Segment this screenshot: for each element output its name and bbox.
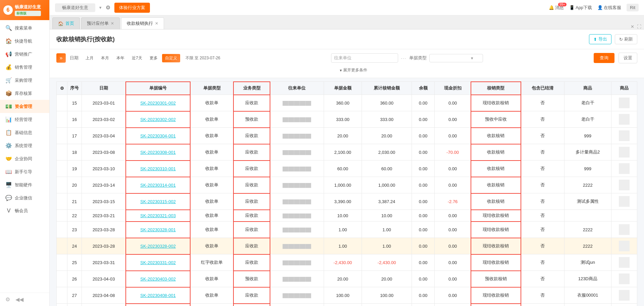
topbar-right: 🔔 消息 99+ 📱 App下载 👤 在线客服 Rit — [549, 4, 639, 11]
sidebar-item-member[interactable]: V 畅会员 — [0, 204, 49, 217]
cell-product: 衣服00001 — [564, 287, 611, 304]
tab-maximize-icon[interactable]: ⛶ — [637, 24, 641, 29]
date-range-display: 不限 至 2023-07-26 — [185, 55, 220, 61]
sidebar-item-search[interactable]: 🔍 搜索菜单 — [0, 21, 49, 35]
sidebar-item-system[interactable]: ⚙️ 系统管理 — [0, 139, 49, 152]
cell-slip-no[interactable]: SK-20230418-001 — [126, 304, 191, 306]
date-btn-custom[interactable]: 自定义 — [162, 54, 180, 62]
cell-settings[interactable] — [57, 304, 67, 306]
th-slip-type: 单据类型 — [190, 82, 233, 95]
cell-settings[interactable] — [57, 177, 67, 193]
sidebar-item-hardware[interactable]: 🖥️ 智能硬件 — [0, 178, 49, 191]
brand-text: 畅康道好生意 标推版 — [15, 4, 41, 16]
cell-settings[interactable] — [57, 193, 67, 210]
cell-settings[interactable] — [57, 128, 67, 144]
online-service-link[interactable]: 👤 在线客服 — [597, 5, 621, 11]
cell-writeoff-type: 现结收款核销 — [471, 95, 521, 111]
sidebar-item-marketing[interactable]: 📢 营销推广 — [0, 48, 49, 61]
cell-slip-no[interactable]: SK-20230301-002 — [126, 95, 191, 111]
settings-bottom-icon[interactable]: ⚙ — [5, 296, 10, 303]
chevron-down-icon: ▾ — [471, 56, 473, 61]
th-writeoff-type: 核销类型 — [471, 82, 521, 95]
cell-settings[interactable] — [57, 271, 67, 287]
cell-product2 — [611, 238, 637, 254]
refresh-label: 刷新 — [624, 36, 633, 42]
cell-writeoff-type: 预收款核销 — [471, 271, 521, 287]
date-btn-this-year[interactable]: 本年 — [113, 54, 127, 62]
cell-settings[interactable] — [57, 161, 67, 177]
sidebar-item-collab[interactable]: 🤝 企业协同 — [0, 152, 49, 165]
cell-settings[interactable] — [57, 144, 67, 161]
topbar-dropdown-icon[interactable]: ▾ — [99, 5, 102, 10]
topbar-settings-icon[interactable]: ⚙ — [106, 4, 110, 11]
cell-slip-no[interactable]: SK-20230310-001 — [126, 161, 191, 177]
cell-settings[interactable] — [57, 210, 67, 222]
cell-settings[interactable] — [57, 95, 67, 111]
cell-settings[interactable] — [57, 111, 67, 128]
cell-slip-no[interactable]: SK-20230302-002 — [126, 111, 191, 128]
sidebar-item-wechat[interactable]: 💬 企业微信 — [0, 191, 49, 204]
sidebar-item-operations[interactable]: 📊 经营管理 — [0, 113, 49, 126]
tab-receipt[interactable]: 收款核销执行 ✕ — [121, 17, 164, 29]
tab-prepay[interactable]: 预计应付单 ✕ — [81, 17, 120, 29]
collab-icon: 🤝 — [5, 156, 12, 162]
app-download-link[interactable]: 📱 App下载 — [569, 5, 592, 11]
cell-settings[interactable] — [57, 238, 67, 254]
cell-biz-type: 应收款 — [233, 304, 270, 306]
cell-accum-writeoff: 1.00 — [362, 222, 412, 238]
collapse-icon[interactable]: ◀◀ — [15, 296, 23, 303]
tab-receipt-close[interactable]: ✕ — [155, 21, 158, 26]
cell-slip-no[interactable]: SK-20230314-001 — [126, 177, 191, 193]
filter-more-dots[interactable]: ··· — [401, 56, 407, 61]
cell-slip-no[interactable]: SK-20230403-002 — [126, 271, 191, 287]
filter-toggle-button[interactable]: » — [56, 53, 66, 63]
date-btn-last-month[interactable]: 上月 — [83, 54, 97, 62]
guide-icon: 📖 — [5, 169, 12, 175]
slip-type-select[interactable]: ▾ — [429, 54, 483, 62]
cell-settings[interactable] — [57, 287, 67, 304]
cell-slip-no[interactable]: SK-20230308-001 — [126, 144, 191, 161]
page-actions: ⬆ 导出 ↻ 刷新 — [589, 34, 637, 49]
sidebar-item-inventory[interactable]: 📦 库存核算 — [0, 87, 49, 100]
sidebar-item-basics[interactable]: 📋 基础信息 — [0, 126, 49, 139]
sidebar-item-purchase[interactable]: 🛒 采购管理 — [0, 74, 49, 87]
cell-partner: ██████████ — [270, 210, 324, 222]
sidebar-item-guide[interactable]: 📖 新手引导 — [0, 165, 49, 178]
tab-close-all-icon[interactable]: ✕ — [631, 24, 634, 29]
cell-settings[interactable] — [57, 222, 67, 238]
notification-bell[interactable]: 🔔 消息 99+ — [549, 5, 564, 11]
cell-slip-no[interactable]: SK-20230315-002 — [126, 193, 191, 210]
query-button[interactable]: 查询 — [594, 53, 614, 63]
cell-biz-type: 预收款 — [233, 111, 270, 128]
date-btn-more[interactable]: 更多 — [147, 54, 161, 62]
cell-writeoff-type: 现结收款核销 — [471, 210, 521, 222]
tab-prepay-close[interactable]: ✕ — [111, 21, 114, 26]
filter-settings-button[interactable]: 设置 — [619, 53, 637, 63]
cell-slip-no[interactable]: SK-20230331-002 — [126, 254, 191, 271]
solution-button[interactable]: 体验行业方案 — [114, 3, 150, 13]
cell-amount: 100.00 — [324, 287, 362, 304]
date-btn-this-month[interactable]: 本月 — [98, 54, 112, 62]
cell-slip-no[interactable]: SK-20230328-001 — [126, 222, 191, 238]
cell-slip-no[interactable]: SK-20230408-001 — [126, 287, 191, 304]
cell-slip-type: 收款单 — [190, 111, 233, 128]
cell-slip-no[interactable]: SK-20230304-001 — [126, 128, 191, 144]
sidebar-item-funds[interactable]: 💵 资金管理 — [0, 100, 49, 113]
export-button[interactable]: ⬆ 导出 — [589, 34, 611, 44]
partner-filter[interactable]: 往来单位 — [331, 53, 398, 63]
sidebar-item-quick[interactable]: 🏠 快捷导航 — [0, 35, 49, 48]
refresh-button[interactable]: ↻ 刷新 — [615, 34, 637, 44]
expand-conditions-button[interactable]: ▾ 展开更多条件 — [70, 66, 637, 74]
cell-slip-no[interactable]: SK-20230328-002 — [126, 238, 191, 254]
user-avatar[interactable]: Rit — [627, 4, 639, 11]
cell-accum-writeoff: 360.00 — [362, 95, 412, 111]
th-settings[interactable]: ⚙ — [57, 82, 67, 95]
cell-slip-no[interactable]: SK-20230321-003 — [126, 210, 191, 222]
table-header-row: ⚙ 序号 日期 单据编号 单据类型 业务类型 往来单位 单据金额 累计核销金额 … — [57, 82, 637, 95]
sidebar-item-sales[interactable]: 💰 销售管理 — [0, 61, 49, 74]
cell-settings[interactable] — [57, 254, 67, 271]
sales-icon: 💰 — [5, 64, 12, 70]
cell-slip-type: 收款单 — [190, 161, 233, 177]
date-btn-7days[interactable]: 近7天 — [129, 54, 145, 62]
tab-home[interactable]: 🏠 首页 — [52, 17, 80, 29]
